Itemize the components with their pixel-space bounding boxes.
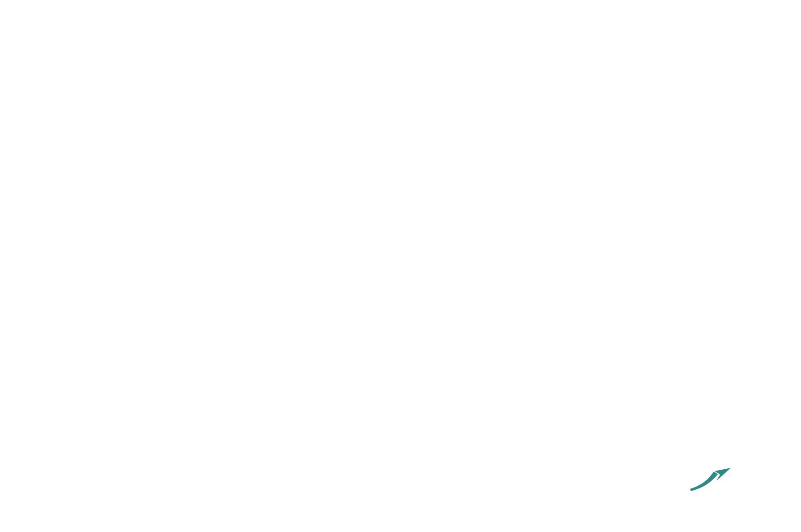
pie-chart <box>0 0 801 532</box>
amr-logo <box>657 461 750 501</box>
amr-logo-arrow-icon <box>690 457 734 495</box>
